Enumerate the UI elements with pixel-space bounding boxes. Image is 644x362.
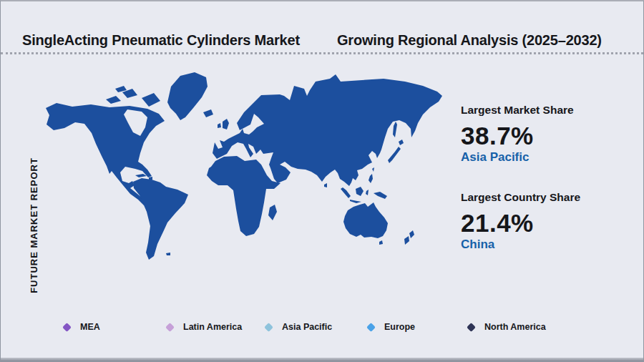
world-land (46, 72, 442, 260)
north-america-dot-icon (467, 323, 476, 332)
legend-item-mea: MEA (64, 321, 100, 333)
legend-item-north-america: North America (468, 321, 546, 333)
legend-label: MEA (80, 322, 100, 332)
stat-market-share-value: 38.7% (461, 123, 534, 148)
stat-country-share-region: China (461, 238, 494, 252)
legend-label: Asia Pacific (282, 322, 332, 332)
dotted-divider (1, 52, 643, 54)
infographic-root: SingleActing Pneumatic Cylinders Market … (0, 0, 644, 362)
europe-dot-icon (366, 323, 376, 332)
page-subtitle: Growing Regional Analysis (2025–2032) (337, 32, 602, 49)
mea-dot-icon (62, 323, 72, 332)
page-title: SingleActing Pneumatic Cylinders Market (22, 32, 300, 49)
latin-america-dot-icon (165, 323, 175, 332)
stat-market-share-region: Asia Pacific (461, 150, 529, 165)
legend-label: North America (484, 322, 546, 332)
legend-item-asia-pacific: Asia Pacific (265, 321, 332, 333)
legend-label: Latin America (183, 322, 242, 332)
legend-item-latin-america: Latin America (167, 321, 242, 333)
legend-label: Europe (384, 322, 415, 332)
world-map (36, 64, 459, 288)
stat-market-share-label: Largest Market Share (461, 104, 574, 117)
stat-country-share-value: 21.4% (461, 210, 534, 235)
stat-country-share-label: Largest Country Share (461, 191, 580, 204)
legend-item-europe: Europe (368, 321, 415, 333)
asia-pacific-dot-icon (264, 323, 273, 332)
